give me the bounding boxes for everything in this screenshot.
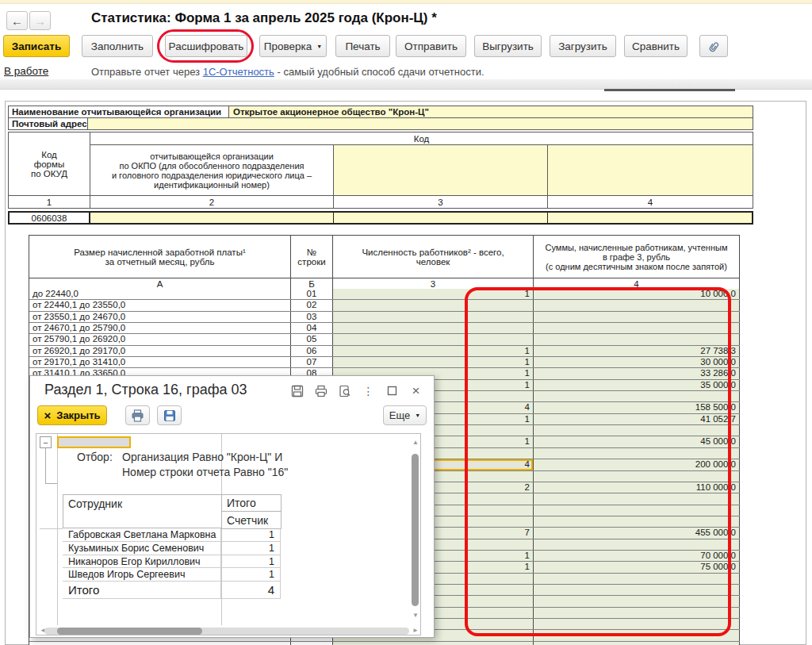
filter-condition-2: Номер строки отчета Равно "16" <box>122 466 288 478</box>
counter-column-header[interactable]: Счетчик <box>221 511 282 529</box>
import-button-label: Загрузить <box>558 40 607 52</box>
grid-line <box>40 528 63 529</box>
employee-row[interactable]: Никаноров Егор Кириллович1 <box>63 555 281 569</box>
save-button[interactable]: Записать <box>3 35 70 57</box>
close-icon[interactable]: × <box>409 384 423 397</box>
print-icon[interactable] <box>314 384 327 397</box>
fill-button[interactable]: Заполнить <box>82 35 153 57</box>
total-value: 4 <box>221 582 281 598</box>
compare-button[interactable]: Сравнить <box>624 35 688 57</box>
employee-column-header[interactable]: Сотрудник <box>63 494 222 528</box>
org-name-label: Наименование отчитывающейся организации <box>8 106 229 118</box>
employee-row[interactable]: Шведов Игорь Сергеевич1 <box>63 568 281 582</box>
code-cell-3[interactable] <box>333 144 548 196</box>
dialog-toolbar: × Закрыть Еще ▼ <box>37 405 427 427</box>
employee-count: 1 <box>221 555 281 568</box>
code-value-3[interactable] <box>333 211 548 225</box>
stat-cell-line-number <box>291 642 333 645</box>
panel-splitter[interactable] <box>604 89 735 91</box>
employee-row[interactable]: Кузьминых Борис Семенович1 <box>63 542 281 555</box>
dialog-print-button[interactable] <box>125 405 150 425</box>
status-state-link[interactable]: В работе <box>4 65 48 77</box>
dialog-close-button[interactable]: × Закрыть <box>37 405 107 425</box>
stat-cell-line-number: 04 <box>291 323 333 333</box>
code-colnum-1: 1 <box>8 195 90 209</box>
top-accent-strip <box>0 0 812 4</box>
okpo-header: отчитывающейся организации по ОКПО (для … <box>90 144 334 196</box>
stat-cell-line-number: 02 <box>291 300 333 310</box>
stat-cell-line-number: 01 <box>291 289 333 299</box>
check-button[interactable]: Проверка▼ <box>259 35 327 57</box>
org-name-value[interactable]: Открытое акционерное общество "Крон-Ц" <box>228 106 753 118</box>
print-preview-icon[interactable] <box>338 384 351 397</box>
filter-label: Отбор: <box>77 451 113 463</box>
print-button-label: Печать <box>345 40 380 52</box>
close-x-icon: × <box>44 409 51 422</box>
chevron-down-icon: ▼ <box>415 413 420 418</box>
app-window: ← → Статистика: Форма 1 за апрель 2025 г… <box>0 0 812 645</box>
code-cell-4[interactable] <box>547 144 753 196</box>
send-button[interactable]: Отправить <box>396 35 466 57</box>
status-message: Отправьте отчет через 1С-Отчетность - са… <box>91 66 485 78</box>
export-button[interactable]: Выгрузить <box>474 35 542 57</box>
employee-count: 1 <box>221 568 281 581</box>
stat-cell-label <box>29 642 291 645</box>
back-button[interactable]: ← <box>6 11 28 30</box>
stat-cell-label: от 24670,1 до 25790,0 <box>29 323 291 333</box>
stat-cell-sum[interactable] <box>534 642 740 645</box>
total-column-header[interactable]: Итого <box>221 494 282 512</box>
filter-condition-1: Организация Равно "Крон-Ц" И <box>122 451 282 463</box>
employee-name: Габровская Светлана Марковна <box>63 528 221 541</box>
dialog-spreadsheet: − Отбор: Организация Равно "Крон-Ц" И Но… <box>36 433 421 635</box>
stat-cell-label: от 22440,1 до 23550,0 <box>29 300 291 310</box>
dialog-more-button[interactable]: Еще ▼ <box>383 405 427 425</box>
stat-header-col-4: Суммы, начисленные работникам, учтенным … <box>533 235 740 278</box>
postal-address-label: Почтовый адрес <box>8 117 88 130</box>
stat-letter-b: Б <box>290 278 333 290</box>
code-value-4[interactable] <box>547 211 753 225</box>
stat-cell-label: от 26920,1 до 29170,0 <box>29 346 291 356</box>
dialog-rows: Габровская Светлана Марковна1Кузьминых Б… <box>63 528 281 582</box>
forward-button[interactable]: → <box>29 11 51 30</box>
dialog-title: Раздел 1, Строка 16, графа 03 <box>44 382 247 398</box>
fill-button-label: Заполнить <box>91 40 144 52</box>
check-button-label: Проверка <box>264 40 312 52</box>
stat-cell-line-number: 03 <box>291 312 333 322</box>
stat-cell-line-number: 07 <box>291 357 333 367</box>
code-value-2[interactable] <box>90 211 334 225</box>
dialog-more-label: Еще <box>389 409 410 421</box>
horizontal-scrollbar[interactable] <box>57 628 202 635</box>
dialog-total-row[interactable]: Итого 4 <box>63 582 281 599</box>
reporting-service-link[interactable]: 1С-Отчетность <box>203 66 274 78</box>
stat-header-col-a: Размер начисленной заработной платы¹ за … <box>29 235 291 278</box>
dialog-save-button[interactable] <box>157 405 182 425</box>
spreadsheet-cursor-cell[interactable] <box>57 436 131 448</box>
maximize-icon[interactable] <box>385 384 399 397</box>
status-bar: В работе Отправьте отчет через 1С-Отчетн… <box>0 65 812 79</box>
send-button-label: Отправить <box>404 40 458 52</box>
scroll-right-icon[interactable]: ► <box>412 627 419 634</box>
stat-row <box>29 642 740 645</box>
print-button[interactable]: Печать <box>335 35 390 57</box>
code-header: Код <box>90 132 753 145</box>
code-colnum-4: 4 <box>547 195 753 209</box>
more-menu-icon[interactable]: ⋮ <box>362 384 375 397</box>
stat-cell-count[interactable] <box>333 642 534 645</box>
attachments-button[interactable] <box>699 35 728 57</box>
postal-address-value[interactable] <box>87 117 753 130</box>
employee-row[interactable]: Габровская Светлана Марковна1 <box>63 528 281 542</box>
import-button[interactable]: Загрузить <box>550 35 616 57</box>
collapse-expander-icon[interactable]: − <box>40 436 52 448</box>
save-icon[interactable] <box>290 384 304 397</box>
scroll-down-icon[interactable]: ▼ <box>412 612 419 619</box>
stat-cell-line-number: 05 <box>291 334 333 344</box>
employee-name: Никаноров Егор Кириллович <box>63 555 221 568</box>
status-message-prefix: Отправьте отчет через <box>91 66 203 78</box>
vertical-scrollbar[interactable] <box>412 454 419 606</box>
scroll-up-icon[interactable]: ▲ <box>412 439 419 446</box>
stat-cell-label: до 22440,0 <box>29 289 291 299</box>
compare-button-label: Сравнить <box>632 40 680 52</box>
paperclip-icon <box>706 38 722 55</box>
employee-name: Кузьминых Борис Семенович <box>63 542 221 555</box>
total-label: Итого <box>63 582 221 598</box>
